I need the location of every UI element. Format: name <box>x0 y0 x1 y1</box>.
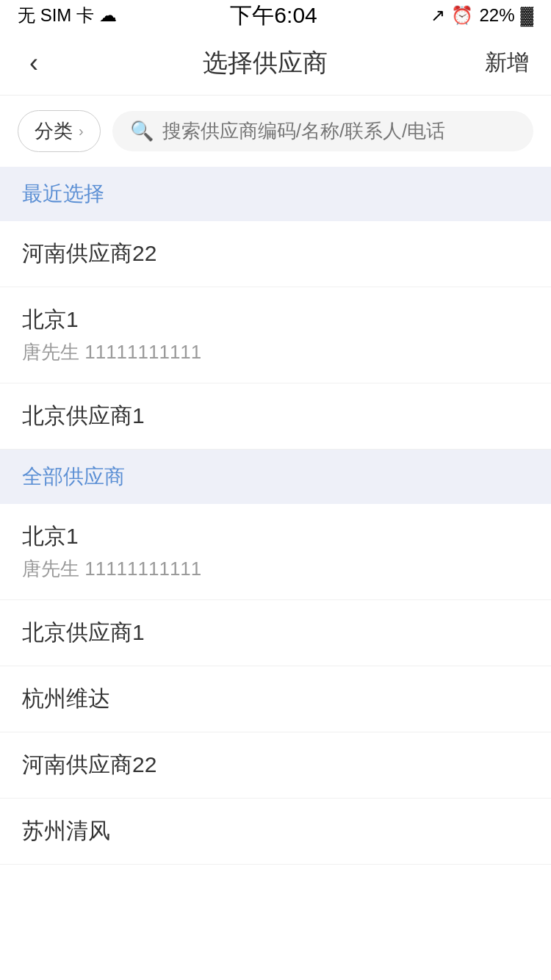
item-name: 北京1 <box>22 522 529 552</box>
item-name: 河南供应商22 <box>22 750 529 780</box>
chevron-right-icon: › <box>79 123 84 140</box>
item-contact: 唐先生 11111111111 <box>22 556 529 582</box>
battery-icon: ▓ <box>520 5 533 26</box>
category-label: 分类 <box>35 118 73 144</box>
back-button[interactable]: ‹ <box>22 40 46 86</box>
location-icon: ↗ <box>431 5 445 26</box>
list-item[interactable]: 杭州维达 <box>0 666 551 732</box>
status-bar: 无 SIM 卡 ☁ 下午6:04 ↗ ⏰ 22% ▓ <box>0 0 551 31</box>
item-name: 北京1 <box>22 305 529 335</box>
search-input[interactable] <box>162 120 516 143</box>
list-item[interactable]: 北京供应商1 <box>0 600 551 666</box>
list-item[interactable]: 河南供应商22 <box>0 732 551 799</box>
no-sim-label: 无 SIM 卡 ☁ <box>18 4 117 27</box>
all-list: 北京1 唐先生 11111111111 北京供应商1 杭州维达 河南供应商22 … <box>0 504 551 865</box>
list-item[interactable]: 北京供应商1 <box>0 383 551 450</box>
battery-label: 22% <box>479 5 514 26</box>
item-name: 河南供应商22 <box>22 239 529 269</box>
all-section-header: 全部供应商 <box>0 450 551 504</box>
filter-bar: 分类 › 🔍 <box>0 96 551 167</box>
list-item[interactable]: 北京1 唐先生 11111111111 <box>0 504 551 600</box>
nav-bar: ‹ 选择供应商 新增 <box>0 31 551 96</box>
list-item[interactable]: 河南供应商22 <box>0 221 551 287</box>
page-title: 选择供应商 <box>203 46 328 80</box>
status-right: ↗ ⏰ 22% ▓ <box>431 5 533 26</box>
recent-list: 河南供应商22 北京1 唐先生 11111111111 北京供应商1 <box>0 221 551 450</box>
item-contact: 唐先生 11111111111 <box>22 339 529 365</box>
list-item[interactable]: 北京1 唐先生 11111111111 <box>0 287 551 383</box>
alarm-icon: ⏰ <box>451 5 473 26</box>
status-left: 无 SIM 卡 ☁ <box>18 4 117 27</box>
item-name: 杭州维达 <box>22 684 529 714</box>
search-bar[interactable]: 🔍 <box>112 111 533 151</box>
list-item[interactable]: 苏州清风 <box>0 799 551 865</box>
item-name: 北京供应商1 <box>22 618 529 648</box>
item-name: 北京供应商1 <box>22 401 529 431</box>
recent-section-header: 最近选择 <box>0 167 551 221</box>
search-icon: 🔍 <box>130 120 154 143</box>
category-button[interactable]: 分类 › <box>18 110 101 152</box>
item-name: 苏州清风 <box>22 816 529 846</box>
status-time: 下午6:04 <box>230 1 317 31</box>
add-button[interactable]: 新增 <box>485 48 529 78</box>
